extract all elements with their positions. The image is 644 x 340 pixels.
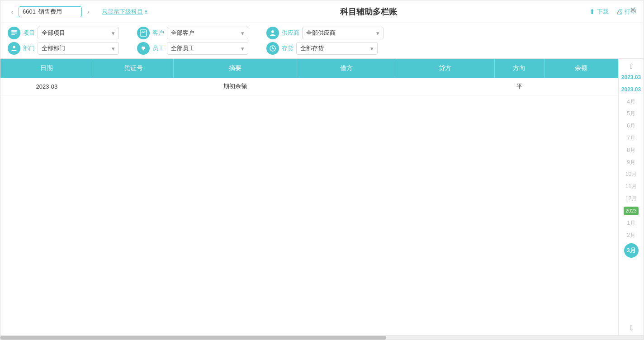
sidebar-month-4[interactable]: 4月 xyxy=(619,96,644,108)
sidebar-year-badge-container: 2023 xyxy=(619,206,644,216)
svg-rect-3 xyxy=(140,30,147,36)
supplier-value: 全部供应商 xyxy=(306,29,336,37)
department-chevron-icon: ▾ xyxy=(112,45,115,52)
col-voucher: 凭证号 xyxy=(93,59,174,78)
supplier-chevron-icon: ▾ xyxy=(376,30,379,37)
svg-rect-0 xyxy=(11,30,17,32)
project-label: 项目 xyxy=(23,29,35,37)
employee-icon xyxy=(137,42,150,55)
department-label: 部门 xyxy=(23,44,35,52)
customer-value: 全部客户 xyxy=(171,29,194,37)
svg-rect-2 xyxy=(11,34,15,35)
department-icon xyxy=(8,42,20,55)
filter-row-2: 部门 全部部门 ▾ 员工 全部员工 ▾ xyxy=(8,42,636,55)
sidebar-month-10[interactable]: 10月 xyxy=(619,168,644,180)
table-area[interactable]: 日期 凭证号 摘要 借方 贷方 方向 余额 2023-03期初余额平 xyxy=(0,59,618,335)
inventory-value: 全部存货 xyxy=(300,44,324,52)
supplier-icon xyxy=(266,27,279,39)
svg-rect-6 xyxy=(142,47,145,49)
sidebar-month-3-active[interactable]: 3月 xyxy=(624,243,639,258)
filter-item-supplier: 供应商 全部供应商 ▾ xyxy=(266,27,384,39)
svg-point-5 xyxy=(13,46,15,48)
nav-next-button[interactable]: › xyxy=(84,7,93,16)
scrollbar-thumb[interactable] xyxy=(0,336,386,340)
sidebar-month-11[interactable]: 11月 xyxy=(619,180,644,193)
inventory-icon xyxy=(266,42,279,55)
col-debit: 借方 xyxy=(297,59,396,78)
account-code-text: 6601 xyxy=(23,8,36,15)
table-cell: 平 xyxy=(495,78,544,95)
account-name-text: 销售费用 xyxy=(38,8,62,16)
sidebar-month-1[interactable]: 1月 xyxy=(619,217,644,229)
top-bar: ‹ 6601 销售费用 › 只显示下级科目 ▾ 科目辅助多栏账 ⬆ 下载 🖨 打… xyxy=(0,0,644,23)
table-cell xyxy=(396,78,495,95)
page-title: 科目辅助多栏账 xyxy=(147,6,589,17)
customer-select[interactable]: 全部客户 ▾ xyxy=(167,27,248,39)
sidebar-date-range-2[interactable]: 2023.03 xyxy=(619,84,644,96)
supplier-label: 供应商 xyxy=(282,29,299,37)
inventory-chevron-icon: ▾ xyxy=(370,45,374,52)
horizontal-scrollbar[interactable] xyxy=(0,335,644,340)
project-value: 全部项目 xyxy=(42,29,65,37)
close-button[interactable]: ✕ xyxy=(630,5,636,15)
customer-label: 客户 xyxy=(152,29,164,37)
employee-label: 员工 xyxy=(152,44,164,52)
sidebar-month-5[interactable]: 5月 xyxy=(619,108,644,120)
right-sidebar: ⇧ 2023.03 2023.03 4月 5月 6月 7月 8月 9月 10月 … xyxy=(618,59,644,335)
nav-prev-button[interactable]: ‹ xyxy=(8,7,17,16)
col-summary: 摘要 xyxy=(173,59,297,78)
sidebar-month-8[interactable]: 8月 xyxy=(619,144,644,156)
sidebar-up-arrow[interactable]: ⇧ xyxy=(626,61,637,71)
supplier-select[interactable]: 全部供应商 ▾ xyxy=(302,27,384,39)
employee-chevron-icon: ▾ xyxy=(241,45,244,52)
sidebar-down-arrow[interactable]: ⇩ xyxy=(626,322,637,333)
customer-chevron-icon: ▾ xyxy=(241,30,244,37)
department-select[interactable]: 全部部门 ▾ xyxy=(38,42,119,55)
filter-item-customer: 客户 全部客户 ▾ xyxy=(137,27,248,39)
filter-item-project: 项目 全部项目 ▾ xyxy=(8,27,119,39)
employee-value: 全部员工 xyxy=(171,44,194,52)
col-date: 日期 xyxy=(0,59,93,78)
inventory-label: 存货 xyxy=(282,44,294,52)
filter-row-1: 项目 全部项目 ▾ 客户 全部客户 ▾ xyxy=(8,27,636,39)
svg-rect-1 xyxy=(11,33,17,33)
table-header-row: 日期 凭证号 摘要 借方 贷方 方向 余额 xyxy=(0,59,618,78)
filter-item-department: 部门 全部部门 ▾ xyxy=(8,42,119,55)
table-cell: 期初余额 xyxy=(173,78,297,95)
project-chevron-icon: ▾ xyxy=(112,30,115,37)
project-icon xyxy=(8,27,20,39)
project-select[interactable]: 全部项目 ▾ xyxy=(38,27,119,39)
sidebar-month-9[interactable]: 9月 xyxy=(619,156,644,169)
filter-item-inventory: 存货 全部存货 ▾ xyxy=(266,42,378,55)
employee-select[interactable]: 全部员工 ▾ xyxy=(167,42,248,55)
col-direction: 方向 xyxy=(495,59,544,78)
col-balance: 余额 xyxy=(544,59,618,78)
svg-point-4 xyxy=(271,30,274,33)
ledger-table: 日期 凭证号 摘要 借方 贷方 方向 余额 2023-03期初余额平 xyxy=(0,59,618,95)
download-icon: ⬆ xyxy=(589,8,595,16)
filter-area: 项目 全部项目 ▾ 客户 全部客户 ▾ xyxy=(0,23,644,59)
main-window: ‹ 6601 销售费用 › 只显示下级科目 ▾ 科目辅助多栏账 ⬆ 下载 🖨 打… xyxy=(0,0,644,340)
sidebar-month-7[interactable]: 7月 xyxy=(619,132,644,144)
sidebar-month-6[interactable]: 6月 xyxy=(619,120,644,132)
sidebar-date-range-1[interactable]: 2023.03 xyxy=(619,71,644,84)
sidebar-active-month-container: 3月 xyxy=(619,242,644,259)
print-icon: 🖨 xyxy=(616,8,623,15)
content-area: 日期 凭证号 摘要 借方 贷方 方向 余额 2023-03期初余额平 ⇧ xyxy=(0,59,644,335)
table-body: 2023-03期初余额平 xyxy=(0,78,618,95)
sidebar-month-12[interactable]: 12月 xyxy=(619,193,644,205)
sidebar-year-badge[interactable]: 2023 xyxy=(624,207,638,215)
table-cell: 2023-03 xyxy=(0,78,93,95)
customer-icon xyxy=(137,27,150,39)
table-row: 2023-03期初余额平 xyxy=(0,78,618,95)
account-code-box[interactable]: 6601 销售费用 xyxy=(19,6,82,17)
show-sub-button[interactable]: 只显示下级科目 ▾ xyxy=(102,8,147,16)
department-value: 全部部门 xyxy=(42,44,65,52)
table-cell xyxy=(544,78,618,95)
table-cell xyxy=(297,78,396,95)
sidebar-month-2[interactable]: 2月 xyxy=(619,229,644,241)
col-credit: 贷方 xyxy=(396,59,495,78)
inventory-select[interactable]: 全部存货 ▾ xyxy=(296,42,378,55)
download-button[interactable]: ⬆ 下载 xyxy=(589,8,609,16)
filter-item-employee: 员工 全部员工 ▾ xyxy=(137,42,248,55)
